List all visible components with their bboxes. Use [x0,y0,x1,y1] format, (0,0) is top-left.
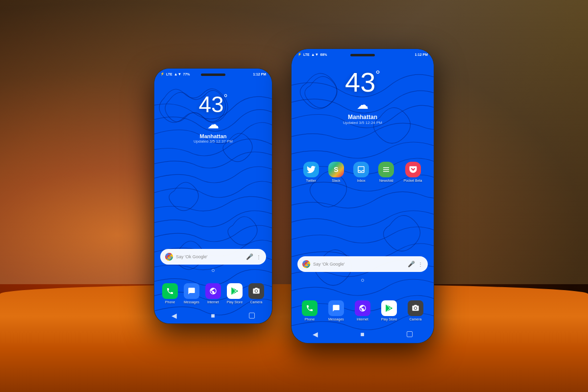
phone-app-icon-large[interactable] [302,300,318,316]
weather-cloud-small: ☁ [207,118,219,131]
playstore-app-label-small: Play Store [227,300,243,304]
weather-city-large: Manhattan [348,114,377,121]
search-placeholder-small: Say 'Ok Google' [176,254,243,259]
playstore-app-icon-large[interactable] [381,300,397,316]
pocket-label: Pocket Beta [404,179,422,182]
nav-bar-large: ◀ ■ [292,330,434,338]
inbox-icon[interactable] [353,162,369,177]
camera-app-label-small: Camera [250,300,263,304]
battery-large: 68% [320,53,327,56]
app-newsfold[interactable]: Newsfold [378,162,394,182]
playstore-app-label-large: Play Store [381,318,397,321]
nav-recents-large[interactable] [407,331,413,337]
phone-app-label-small: Phone [165,300,175,304]
internet-app-icon-large[interactable] [355,300,370,316]
wifi-large: ▲▼ [311,52,319,57]
nav-bar-small: ◀ ■ [154,312,272,319]
status-left-large: ⚡ LTE ▲▼ 68% [297,52,327,57]
status-left-small: ⚡ LTE ▲▼ 77% [160,72,190,76]
internet-app-label-small: Internet [207,300,219,304]
phone-large: .topo2 { fill: none; stroke: rgba(0,30,1… [292,49,434,343]
messages-app-icon-large[interactable] [328,300,344,316]
nav-back-large[interactable]: ◀ [313,330,318,338]
time-small: 1:12 PM [253,73,266,76]
status-right-small: 1:12 PM [253,73,266,76]
newsfold-label: Newsfold [379,179,393,182]
dock-item-messages-small[interactable]: Messages [184,283,199,304]
weather-updated-large: Updated 3/5 12:24 PM [343,121,382,125]
newsfold-icon[interactable] [378,162,394,177]
menu-icon-large[interactable]: ⋮ [418,262,423,267]
mic-icon-large[interactable]: 🎤 [408,261,415,268]
dock-item-playstore-small[interactable]: Play Store [227,283,243,304]
bluetooth-icon-large: ⚡ [297,52,302,56]
phone-screen-large: .topo2 { fill: none; stroke: rgba(0,30,1… [292,49,434,343]
search-bar-large[interactable]: Say 'Ok Google' 🎤 ⋮ [297,256,428,272]
twitter-label: Twitter [306,179,316,182]
weather-temp-large: 43 [345,69,375,96]
speaker-large [350,54,375,56]
dock-item-phone-small[interactable]: Phone [162,283,178,304]
dock-item-internet-small[interactable]: Internet [205,283,221,304]
search-bar-small[interactable]: Say 'Ok Google' 🎤 ⋮ [160,249,266,265]
messages-app-icon-small[interactable] [184,283,199,299]
nav-recents-small[interactable] [249,313,255,318]
app-twitter[interactable]: Twitter [303,162,319,182]
phones-container: .topo { fill: none; stroke: rgba(0,30,12… [0,0,588,392]
phone-app-label-large: Phone [305,318,315,321]
internet-app-icon-small[interactable] [205,283,221,299]
apps-row-large: Twitter S Slack Inbox [292,162,434,182]
dock-large: Phone Messages [292,300,434,321]
dock-small: Phone Messages [154,283,272,304]
dock-item-camera-large[interactable]: Camera [408,300,423,321]
inbox-label: Inbox [357,179,366,182]
home-dot-small [212,269,215,272]
nav-home-large[interactable]: ■ [360,330,364,338]
time-large: 1:12 PM [415,53,428,56]
nav-home-small[interactable]: ■ [211,312,215,319]
menu-icon-small[interactable]: ⋮ [256,254,261,260]
google-g-large [302,260,310,268]
playstore-app-icon-small[interactable] [227,283,243,299]
status-right-large: 1:12 PM [415,53,428,56]
weather-city-small: Manhattan [200,133,227,139]
weather-updated-small: Updated 3/5 12:37 PM [194,139,233,144]
google-g-small [165,253,173,261]
camera-app-icon-small[interactable] [248,283,264,299]
app-inbox[interactable]: Inbox [353,162,369,182]
weather-cloud-large: ☁ [357,98,368,112]
bluetooth-icon-small: ⚡ [160,72,165,76]
weather-widget-small: 43 ° ☁ Manhattan Updated 3/5 12:37 PM [154,93,272,144]
camera-app-label-large: Camera [410,318,422,321]
app-pocket[interactable]: Pocket Beta [404,162,422,182]
nav-back-small[interactable]: ◀ [172,312,177,319]
phone-app-icon-small[interactable] [162,283,178,299]
weather-widget-large: 43 ° ☁ Manhattan Updated 3/5 12:24 PM [292,69,434,125]
twitter-icon[interactable] [303,162,319,177]
dock-item-messages-large[interactable]: Messages [328,300,344,321]
messages-app-label-small: Messages [184,300,199,304]
search-placeholder-large: Say 'Ok Google' [313,262,405,267]
pocket-icon[interactable] [405,162,421,177]
slack-icon[interactable]: S [328,162,344,177]
phone-small: .topo { fill: none; stroke: rgba(0,30,12… [154,69,272,323]
signal-large: LTE [303,53,310,56]
internet-app-label-large: Internet [357,318,368,321]
messages-app-label-large: Messages [328,318,344,321]
camera-app-icon-large[interactable] [408,300,423,316]
signal-small: LTE [166,73,172,76]
dock-item-phone-large[interactable]: Phone [302,300,318,321]
home-dot-large [361,279,364,282]
weather-temp-small: 43 [198,93,223,116]
slack-label: Slack [332,179,340,182]
app-slack[interactable]: S Slack [328,162,344,182]
mic-icon-small[interactable]: 🎤 [246,253,253,260]
dock-item-internet-large[interactable]: Internet [355,300,370,321]
battery-small: 77% [183,73,190,76]
phone-screen-small: .topo { fill: none; stroke: rgba(0,30,12… [154,69,272,323]
wifi-small: ▲▼ [174,72,182,76]
speaker-small [201,74,225,76]
dock-item-playstore-large[interactable]: Play Store [381,300,397,321]
dock-item-camera-small[interactable]: Camera [248,283,264,304]
